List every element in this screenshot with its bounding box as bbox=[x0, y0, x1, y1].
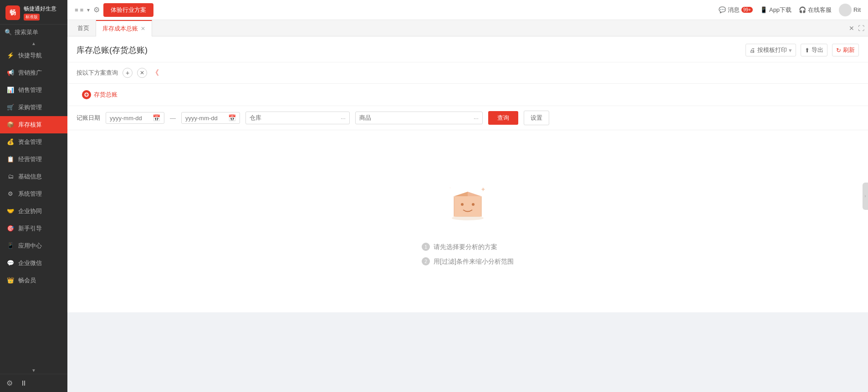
tab-close-all-icon[interactable]: ✕ bbox=[849, 25, 854, 32]
svg-text:✦: ✦ bbox=[480, 186, 486, 193]
sidebar-item-finance[interactable]: 💰 资金管理 bbox=[0, 133, 67, 151]
sidebar-item-quick-nav[interactable]: ⚡ 快捷导航 bbox=[0, 47, 67, 64]
date-field-label: 记账日期 bbox=[77, 114, 100, 122]
warehouse-more-icon[interactable]: ··· bbox=[341, 115, 346, 122]
collapse-icon[interactable]: ⏸ bbox=[20, 379, 27, 387]
app-download-button[interactable]: 📱 App下载 bbox=[760, 6, 791, 14]
scroll-up[interactable]: ▲ bbox=[0, 40, 67, 47]
right-panel-toggle[interactable]: › bbox=[863, 183, 868, 210]
filter-area: 按以下方案查询 + ✕ 《 bbox=[67, 62, 868, 84]
topbar-settings-icon[interactable]: ⚙ bbox=[93, 5, 100, 14]
print-icon: 🖨 bbox=[750, 47, 756, 54]
topbar-dropdown-icon[interactable]: ▾ bbox=[87, 7, 90, 13]
tab-inventory-cost[interactable]: 库存成本总账 ✕ bbox=[96, 20, 152, 36]
filter-row: 记账日期 📅 — 📅 仓库 ··· 商品 bbox=[67, 106, 868, 130]
sidebar-item-label: 基础信息 bbox=[18, 173, 42, 181]
empty-text: 1 请先选择要分析的方案 2 用[过滤]条件来缩小分析范围 bbox=[422, 240, 514, 270]
scheme-item-inventory[interactable]: 存货总账 bbox=[77, 87, 123, 102]
app-name: 畅捷通好生意 bbox=[24, 5, 56, 13]
sidebar-item-appstore[interactable]: 📱 应用中心 bbox=[0, 237, 67, 255]
date-end-input[interactable]: 📅 bbox=[181, 112, 240, 124]
appstore-icon: 📱 bbox=[6, 242, 15, 250]
svg-rect-1 bbox=[454, 196, 481, 217]
sidebar-bottom: ⚙ ⏸ bbox=[0, 374, 67, 392]
date-separator: — bbox=[170, 115, 176, 122]
sidebar-item-member[interactable]: 👑 畅会员 bbox=[0, 272, 67, 289]
settings-button[interactable]: 设置 bbox=[524, 111, 549, 125]
sidebar-item-label: 应用中心 bbox=[18, 242, 42, 250]
warehouse-field[interactable] bbox=[264, 115, 341, 122]
sidebar-item-label: 新手引导 bbox=[18, 224, 42, 233]
goods-input[interactable]: 商品 ··· bbox=[355, 112, 483, 124]
step1-num: 1 bbox=[422, 243, 430, 251]
sidebar-item-wechat[interactable]: 💬 企业微信 bbox=[0, 255, 67, 272]
tab-close-icon[interactable]: ✕ bbox=[141, 25, 145, 32]
filter-remove-button[interactable]: ✕ bbox=[137, 68, 147, 78]
page-content: 库存总账(存货总账) 🖨 按模板打印 ▾ ⬆ 导出 ↻ 刷新 bbox=[67, 36, 868, 392]
member-icon: 👑 bbox=[6, 276, 15, 285]
print-button[interactable]: 🖨 按模板打印 ▾ bbox=[745, 44, 796, 56]
svg-marker-3 bbox=[468, 192, 481, 196]
settings-icon[interactable]: ⚙ bbox=[6, 379, 13, 387]
date-end-field[interactable] bbox=[185, 115, 226, 122]
goods-field[interactable] bbox=[374, 115, 474, 122]
export-button[interactable]: ⬆ 导出 bbox=[801, 44, 827, 56]
goods-more-icon[interactable]: ··· bbox=[474, 115, 479, 122]
app-badge: 标准版 bbox=[24, 14, 40, 20]
system-icon: ⚙ bbox=[6, 190, 15, 198]
basic-icon: 🗂 bbox=[6, 173, 15, 181]
warehouse-input[interactable]: 仓库 ··· bbox=[245, 112, 350, 124]
sidebar-item-sales[interactable]: 📊 销售管理 bbox=[0, 81, 67, 99]
sidebar-item-inventory[interactable]: 📦 库存核算 bbox=[0, 116, 67, 133]
sidebar-item-label: 销售管理 bbox=[18, 86, 42, 94]
refresh-label: 刷新 bbox=[843, 46, 855, 54]
filter-collapse-button[interactable]: 《 bbox=[152, 68, 159, 78]
print-label: 按模板打印 bbox=[757, 46, 787, 54]
tabbar: 首页 库存成本总账 ✕ ✕ ⛶ bbox=[67, 20, 868, 36]
tab-expand-icon[interactable]: ⛶ bbox=[858, 25, 864, 32]
scroll-down[interactable]: ▼ bbox=[0, 367, 67, 374]
print-dropdown-icon: ▾ bbox=[789, 47, 792, 54]
svg-point-7 bbox=[472, 203, 475, 206]
online-service-button[interactable]: 🎧 在线客服 bbox=[799, 6, 832, 14]
sidebar-item-purchase[interactable]: 🛒 采购管理 bbox=[0, 99, 67, 116]
messages-button[interactable]: 💬 消息 99+ bbox=[719, 6, 753, 14]
sidebar-item-guide[interactable]: 🎯 新手引导 bbox=[0, 220, 67, 237]
tab-home-label: 首页 bbox=[77, 24, 89, 32]
enterprise-icon: 🤝 bbox=[6, 207, 15, 215]
user-area[interactable]: Rit bbox=[839, 4, 861, 16]
export-icon: ⬆ bbox=[805, 47, 810, 54]
sidebar-item-label: 企业微信 bbox=[18, 259, 42, 267]
filter-label: 按以下方案查询 bbox=[77, 69, 118, 77]
filter-add-button[interactable]: + bbox=[123, 68, 133, 78]
sidebar-item-basic[interactable]: 🗂 基础信息 bbox=[0, 168, 67, 185]
warehouse-label: 仓库 bbox=[250, 114, 261, 122]
message-icon: 💬 bbox=[719, 6, 726, 13]
search-icon: 🔍 bbox=[5, 29, 12, 36]
search-menu[interactable]: 🔍 搜索菜单 bbox=[0, 25, 67, 40]
step2-num: 2 bbox=[422, 257, 430, 265]
sidebar: 畅 畅捷通好生意 标准版 🔍 搜索菜单 ▲ ⚡ 快捷导航 📢 营销推广 📊 销售… bbox=[0, 0, 67, 392]
date-start-field[interactable] bbox=[110, 115, 151, 122]
query-button[interactable]: 查询 bbox=[488, 111, 518, 125]
purchase-icon: 🛒 bbox=[6, 103, 15, 112]
svg-point-10 bbox=[452, 216, 484, 220]
empty-step1: 1 请先选择要分析的方案 bbox=[422, 240, 514, 253]
refresh-button[interactable]: ↻ 刷新 bbox=[832, 44, 859, 56]
page-title: 库存总账(存货总账) bbox=[77, 45, 148, 56]
tab-home[interactable]: 首页 bbox=[71, 20, 96, 36]
sidebar-item-enterprise[interactable]: 🤝 企业协同 bbox=[0, 203, 67, 220]
sidebar-item-label: 采购管理 bbox=[18, 103, 42, 112]
sidebar-item-marketing[interactable]: 📢 营销推广 bbox=[0, 64, 67, 81]
calendar-end-icon[interactable]: 📅 bbox=[228, 114, 236, 122]
quick-nav-icon: ⚡ bbox=[6, 51, 15, 60]
date-start-input[interactable]: 📅 bbox=[106, 112, 164, 124]
sidebar-item-label: 经营管理 bbox=[18, 155, 42, 163]
topbar-nav: ■ ■ ▾ ⚙ 体验行业方案 bbox=[75, 3, 715, 17]
trial-button[interactable]: 体验行业方案 bbox=[103, 3, 153, 17]
calendar-start-icon[interactable]: 📅 bbox=[153, 114, 160, 122]
scheme-area: 存货总账 bbox=[67, 84, 868, 106]
sidebar-item-system[interactable]: ⚙ 系统管理 bbox=[0, 185, 67, 203]
scheme-icon bbox=[82, 90, 91, 99]
sidebar-item-operation[interactable]: 📋 经营管理 bbox=[0, 151, 67, 168]
